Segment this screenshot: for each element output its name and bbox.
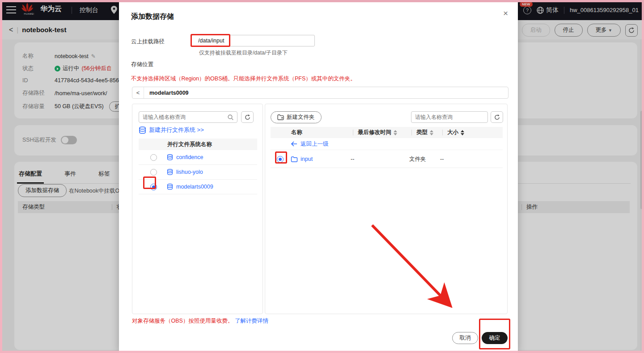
pfs-refresh-button[interactable]	[241, 111, 254, 123]
go-up-row[interactable]: 返回上一级	[271, 138, 503, 150]
folder-panel: 新建文件夹 名称 最后修改时间 类型 大小	[265, 104, 508, 314]
pfs-name[interactable]: modelarts0009	[176, 184, 213, 190]
add-data-storage-dialog: 添加数据存储 × 云上挂载路径 仅支持被挂载至根目录/data/子目录下 存储位…	[119, 2, 518, 353]
pfs-row-modelarts0009[interactable]: modelarts0009	[139, 180, 257, 194]
billing-note: 对象存储服务（OBS）按照使用量收费。 了解计费详情	[132, 317, 268, 325]
col-modified: 最后修改时间	[358, 129, 411, 136]
col-size-label: 大小	[447, 129, 458, 136]
file-row-input[interactable]: input -- 文件夹 --	[271, 151, 503, 168]
pfs-search-box[interactable]	[139, 111, 237, 123]
billing-note-text: 对象存储服务（OBS）按照使用量收费。	[132, 318, 233, 324]
go-up-label[interactable]: 返回上一级	[301, 140, 329, 148]
sort-icon[interactable]	[430, 130, 433, 135]
pfs-search-input[interactable]	[139, 114, 228, 120]
radio-unselected[interactable]	[150, 154, 157, 161]
col-type-label: 类型	[416, 129, 428, 136]
pfs-database-icon	[167, 184, 173, 190]
sort-icon[interactable]	[461, 130, 464, 135]
file-search-input[interactable]	[411, 114, 488, 120]
pfs-database-icon	[139, 126, 146, 134]
pfs-list-header: 并行文件系统名称	[139, 139, 257, 150]
col-type: 类型	[416, 129, 442, 136]
new-folder-label: 新建文件夹	[287, 113, 315, 121]
folder-icon	[291, 156, 298, 162]
sort-icon[interactable]	[394, 130, 397, 135]
col-size: 大小	[447, 129, 464, 136]
file-modified: --	[351, 156, 409, 162]
billing-details-link[interactable]: 了解计费详情	[235, 318, 268, 324]
refresh-icon	[494, 114, 500, 120]
file-refresh-button[interactable]	[491, 111, 503, 123]
new-folder-icon	[277, 114, 284, 120]
bucket-breadcrumb-bar: < modelarts0009	[132, 87, 508, 99]
col-name: 名称	[291, 129, 353, 136]
pfs-database-icon	[167, 154, 173, 160]
create-pfs-label: 新建并行文件系统 >>	[149, 126, 204, 134]
confirm-button[interactable]: 确定	[482, 332, 508, 344]
pfs-name[interactable]: confidence	[176, 154, 203, 160]
file-name[interactable]: input	[301, 156, 351, 162]
pfs-name[interactable]: lishuo-yolo	[176, 169, 203, 175]
radio-selected[interactable]	[150, 184, 157, 190]
file-type: 文件夹	[409, 155, 440, 163]
col-modified-label: 最后修改时间	[358, 129, 391, 136]
pfs-row-lishuo-yolo[interactable]: lishuo-yolo	[139, 165, 257, 180]
mount-path-label: 云上挂载路径	[131, 38, 165, 46]
create-pfs-link[interactable]: 新建并行文件系统 >>	[139, 126, 204, 134]
refresh-icon	[245, 114, 250, 120]
bucket-name: modelarts0009	[149, 90, 189, 96]
dialog-title: 添加数据存储	[131, 12, 174, 21]
file-size: --	[440, 156, 444, 162]
pfs-row-confidence[interactable]: confidence	[139, 150, 257, 165]
region-warning-text: 不支持选择跨区域（Region）的OBS桶。只能选择并行文件系统（PFS）或其中…	[131, 75, 356, 83]
storage-location-label: 存储位置	[131, 61, 153, 68]
file-table-header: 名称 最后修改时间 类型 大小	[271, 127, 503, 138]
cancel-button[interactable]: 取消	[452, 332, 478, 344]
radio-unselected[interactable]	[150, 169, 157, 176]
search-icon[interactable]	[228, 114, 233, 120]
pfs-database-icon	[167, 169, 173, 175]
back-arrow-icon	[291, 141, 297, 147]
mount-path-hint: 仅支持被挂载至根目录/data/子目录下	[199, 49, 288, 57]
close-icon[interactable]: ×	[503, 8, 508, 18]
new-folder-button[interactable]: 新建文件夹	[271, 111, 322, 123]
pfs-panel: 新建并行文件系统 >> 并行文件系统名称 confidence lishuo-y…	[132, 104, 263, 314]
mount-path-input[interactable]	[191, 35, 315, 46]
radio-selected[interactable]	[277, 156, 284, 163]
bucket-back-button[interactable]: <	[132, 87, 144, 98]
file-search-box[interactable]	[411, 111, 488, 123]
